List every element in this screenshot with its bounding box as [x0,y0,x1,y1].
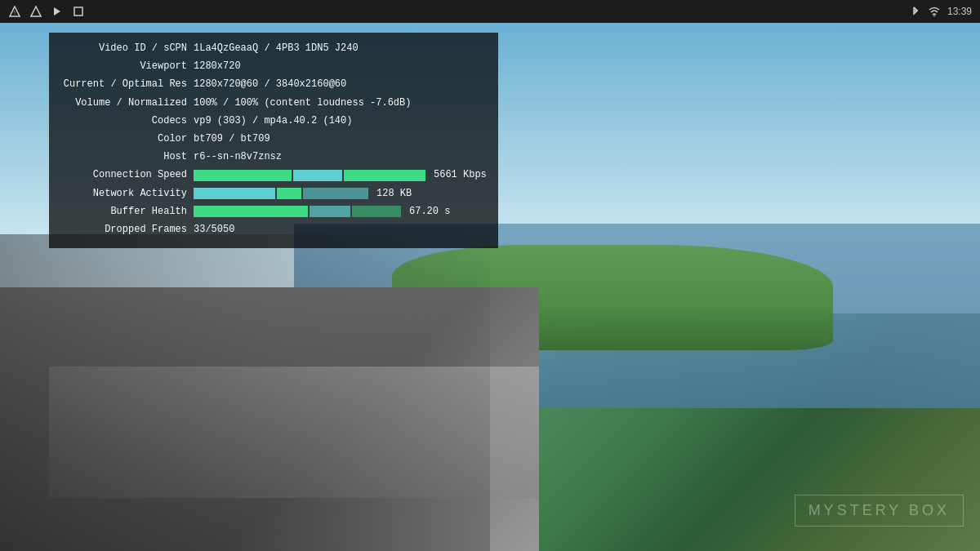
volume-row: Volume / Normalized 100% / 100% (content… [60,96,487,111]
conn-bar-seg1 [194,170,292,181]
bluetooth-icon [910,5,921,19]
video-id-row: Video ID / sCPN 1La4QzGeaaQ / 4PB3 1DN5 … [60,41,487,56]
buffer-health-bar [194,206,401,217]
network-activity-value: 128 KB [376,186,412,202]
network-activity-label: Network Activity [60,186,187,202]
svg-rect-4 [74,7,82,16]
viewport-value: 1280x720 [194,59,241,74]
taskbar-left: ! [8,5,85,18]
net-bar-seg2 [277,188,301,199]
network-activity-bar [194,188,368,199]
buf-bar-seg2 [310,206,350,217]
viewport-row: Viewport 1280x720 [60,59,487,74]
buffer-health-bar-container: 67.20 s [194,204,487,220]
host-value: r6--sn-n8v7znsz [194,149,282,165]
taskbar: ! [0,0,980,23]
color-value: bt709 / bt709 [194,131,270,147]
buffer-health-label: Buffer Health [60,204,187,220]
dark-overlay [0,234,490,551]
conn-speed-row: Connection Speed 5661 Kbps [60,167,487,183]
dropped-frames-row: Dropped Frames 33/5050 [60,222,487,238]
buffer-health-value: 67.20 s [409,204,450,220]
conn-speed-bar [194,170,425,181]
dropped-frames-label: Dropped Frames [60,222,187,238]
host-label: Host [60,149,187,165]
current-res-value: 1280x720@60 / 3840x2160@60 [194,77,346,92]
conn-bar-seg3 [344,170,425,181]
svg-text:!: ! [14,10,16,16]
stats-overlay: Video ID / sCPN 1La4QzGeaaQ / 4PB3 1DN5 … [49,33,498,248]
square-icon [72,5,85,18]
conn-bar-seg2 [293,170,342,181]
buf-bar-seg1 [194,206,308,217]
svg-point-6 [933,15,935,16]
conn-speed-value: 5661 Kbps [434,167,487,183]
buf-bar-seg3 [352,206,401,217]
network-activity-bar-container: 128 KB [194,186,487,202]
net-bar-seg1 [194,188,275,199]
volume-label: Volume / Normalized [60,96,187,111]
buffer-health-row: Buffer Health 67.20 s [60,204,487,220]
watermark: MYSTERY BOX [795,495,964,527]
video-id-value: 1La4QzGeaaQ / 4PB3 1DN5 J240 [194,41,359,56]
video-id-label: Video ID / sCPN [60,41,187,56]
svg-marker-3 [54,7,60,16]
wifi-icon [928,5,941,19]
host-row: Host r6--sn-n8v7znsz [60,149,487,165]
conn-speed-bar-container: 5661 Kbps [194,167,487,183]
current-res-row: Current / Optimal Res 1280x720@60 / 3840… [60,77,487,92]
play-icon [51,5,64,18]
taskbar-right: 13:39 [910,5,972,19]
conn-speed-label: Connection Speed [60,167,187,183]
net-bar-seg3 [303,188,368,199]
codecs-label: Codecs [60,113,187,129]
warning-icon: ! [8,5,21,18]
codecs-row: Codecs vp9 (303) / mp4a.40.2 (140) [60,113,487,129]
color-label: Color [60,131,187,147]
color-row: Color bt709 / bt709 [60,131,487,147]
dropped-frames-value: 33/5050 [194,222,234,238]
svg-marker-2 [31,7,41,16]
network-activity-row: Network Activity 128 KB [60,186,487,202]
viewport-label: Viewport [60,59,187,74]
current-res-label: Current / Optimal Res [60,77,187,92]
volume-value: 100% / 100% (content loudness -7.6dB) [194,96,411,111]
clock: 13:39 [947,6,972,17]
triangle-icon [29,5,42,18]
codecs-value: vp9 (303) / mp4a.40.2 (140) [194,113,352,129]
